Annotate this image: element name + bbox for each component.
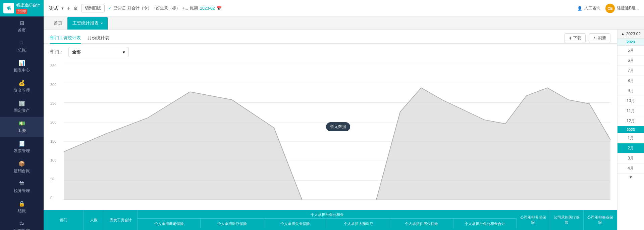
col-group-personal-insurance: 个人承担社保公积金 个人承担养老保险 个人承担医疗保险 个人承担失业保险 个人承… xyxy=(138,211,517,229)
refresh-btn[interactable]: ↻ 刷新 xyxy=(589,33,610,43)
date-month-2-active[interactable]: 2月 xyxy=(618,143,644,153)
th-unemployment-personal: 个人承担失业保险 xyxy=(264,219,327,229)
sidebar-item-invoice[interactable]: 🧾 发票管理 xyxy=(0,137,44,157)
date-year-2023-selected: 2023 xyxy=(618,126,644,133)
page-area: 部门工资统计表 月份统计表 ⬇ 下载 ↻ 刷新 xyxy=(44,30,644,230)
sidebar-item-ledger[interactable]: ≡ 总账 xyxy=(0,37,44,56)
th-headcount: 人数 xyxy=(84,210,104,230)
date-month-6[interactable]: 6月 xyxy=(618,56,644,66)
topbar-settings-btn[interactable]: ⚙ xyxy=(73,6,78,11)
chart-area-fill xyxy=(64,88,610,200)
period-label: 账期 xyxy=(190,5,198,11)
topbar-status: ✓ 已认证 好会计（专） +好生意（标） +... 账期 2023-02 📅 xyxy=(108,5,222,11)
date-month-5[interactable]: 5月 xyxy=(618,46,644,56)
topbar-title: 测试 xyxy=(49,5,58,11)
th-medical-company: 公司承担医疗保险 xyxy=(550,210,584,230)
date-year-2023-first: 2023 xyxy=(618,39,644,46)
sidebar-item-funds[interactable]: 💰 资金管理 xyxy=(0,77,44,97)
topbar: 测试 ▾ + ⚙ 切到旧版 ✓ 已认证 好会计（专） +好生意（标） +... … xyxy=(44,0,644,17)
sidebar-item-label: 归档管理 xyxy=(14,228,30,230)
verified-label: 已认证 xyxy=(113,5,125,11)
chart-svg-area: 暂无数据 xyxy=(64,64,610,200)
sidebar-logo: 畅 畅捷通好会计 专业版 xyxy=(0,0,44,16)
date-month-12[interactable]: 12月 xyxy=(618,116,644,126)
date-panel-header: ▲ 2023.02 xyxy=(618,30,644,39)
sidebar-item-assets[interactable]: 🏢 固定资产 xyxy=(0,97,44,117)
table-header: 部门 人数 应发工资合计 个人承担社保公积金 个人承担养老保险 xyxy=(44,210,617,230)
sidebar-item-reports[interactable]: 📊 报表中心 xyxy=(0,56,44,77)
th-housing-personal: 个人承担住房公积金 xyxy=(390,219,453,229)
sub-tab-dept[interactable]: 部门工资统计表 xyxy=(50,33,81,44)
home-icon: ⊞ xyxy=(20,20,24,26)
sidebar-item-label: 工资 xyxy=(18,128,26,134)
date-header-value: 2023.02 xyxy=(626,32,641,36)
funds-icon: 💰 xyxy=(18,80,25,86)
sidebar-item-label: 总账 xyxy=(18,47,26,53)
toolbar-right-actions: ⬇ 下载 ↻ 刷新 xyxy=(564,33,610,43)
th-pension-company: 公司承担养老保险 xyxy=(517,210,550,230)
dept-select[interactable]: 全部 ▾ xyxy=(68,47,129,57)
topbar-dropdown-btn[interactable]: ▾ xyxy=(61,6,64,11)
sidebar-item-close-accounts[interactable]: 🔒 结账 xyxy=(0,197,44,217)
tab-close-btn[interactable]: × xyxy=(101,21,103,25)
th-unemployment-company: 公司承担失业保险 xyxy=(584,210,617,230)
date-month-7[interactable]: 7月 xyxy=(618,66,644,76)
tabs-bar: 首页 工资统计报表 × xyxy=(44,17,644,30)
date-month-9[interactable]: 9月 xyxy=(618,86,644,96)
toolbar: 部门： 全部 ▾ xyxy=(44,44,617,60)
date-month-1[interactable]: 1月 xyxy=(618,133,644,143)
assets-icon: 🏢 xyxy=(18,100,25,106)
help-icon: 👤 xyxy=(577,6,582,11)
calendar-icon[interactable]: 📅 xyxy=(217,6,222,11)
sub-tab-monthly[interactable]: 月份统计表 xyxy=(88,33,109,44)
chart-tooltip: 暂无数据 xyxy=(326,122,350,131)
sub-tabs: 部门工资统计表 月份统计表 ⬇ 下载 ↻ 刷新 xyxy=(44,30,617,44)
topbar-add-btn[interactable]: + xyxy=(67,5,70,11)
select-chevron-icon: ▾ xyxy=(123,50,125,55)
main-content: 测试 ▾ + ⚙ 切到旧版 ✓ 已认证 好会计（专） +好生意（标） +... … xyxy=(44,0,644,230)
col-subgroup: 个人承担养老保险 个人承担医疗保险 个人承担失业保险 个人承担大额医疗 个人承担 xyxy=(138,219,517,229)
user-avatar: CE xyxy=(605,4,615,13)
sidebar-item-tax[interactable]: 🏛 税务管理 xyxy=(0,177,44,197)
date-down-nav[interactable]: ▼ xyxy=(629,175,633,180)
product-label-2: +好生意（标） xyxy=(154,5,180,11)
sidebar-item-label: 资金管理 xyxy=(14,88,30,93)
refresh-icon: ↻ xyxy=(593,36,597,41)
date-month-3[interactable]: 3月 xyxy=(618,153,644,164)
help-btn[interactable]: 👤 人工咨询 xyxy=(577,5,600,11)
chart-area: 0 50 100 150 200 250 300 350 xyxy=(50,64,610,210)
date-month-4[interactable]: 4月 xyxy=(618,164,644,174)
sidebar-item-salary[interactable]: 💵 工资 xyxy=(0,117,44,137)
logo-text: 畅捷通好会计 专业版 xyxy=(16,3,40,14)
download-btn[interactable]: ⬇ 下载 xyxy=(564,33,586,43)
date-month-8[interactable]: 8月 xyxy=(618,76,644,86)
th-pension-personal: 个人承担养老保险 xyxy=(138,219,201,229)
chart-svg xyxy=(64,64,610,200)
purchase-icon: 📦 xyxy=(18,160,25,167)
sidebar-item-label: 结账 xyxy=(18,208,26,214)
salary-icon: 💵 xyxy=(18,120,25,127)
chart-container: 0 50 100 150 200 250 300 350 xyxy=(44,60,617,210)
verified-icon: ✓ xyxy=(108,6,111,11)
sidebar: 畅 畅捷通好会计 专业版 ⊞ 首页 ≡ 总账 📊 报表中心 💰 资金管理 🏢 固… xyxy=(0,0,44,230)
date-month-10[interactable]: 10月 xyxy=(618,96,644,106)
main-panel: 部门工资统计表 月份统计表 ⬇ 下载 ↻ 刷新 xyxy=(44,30,617,230)
th-social-total: 个人承担社保公积金合计 xyxy=(453,219,517,229)
sidebar-item-archive[interactable]: 🗂 归档管理 xyxy=(0,217,44,230)
date-up-nav[interactable]: ▲ xyxy=(621,32,625,36)
ledger-icon: ≡ xyxy=(20,40,23,46)
tab-home[interactable]: 首页 xyxy=(49,17,67,30)
right-date-panel: ▲ 2023.02 2023 5月 6月 7月 8月 9月 10月 11月 12… xyxy=(617,30,644,230)
date-month-11[interactable]: 11月 xyxy=(618,106,644,116)
user-profile[interactable]: CE 轻捷通B组... xyxy=(605,4,639,13)
tab-salary-report[interactable]: 工资统计报表 × xyxy=(67,17,108,30)
sidebar-item-home[interactable]: ⊞ 首页 xyxy=(0,16,44,37)
col-group-label: 个人承担社保公积金 xyxy=(138,211,517,219)
y-axis-labels: 0 50 100 150 200 250 300 350 xyxy=(50,64,62,200)
sidebar-item-purchase[interactable]: 📦 进销台账 xyxy=(0,157,44,177)
product-label-1: 好会计（专） xyxy=(127,5,152,11)
switch-to-old-btn[interactable]: 切到旧版 xyxy=(81,4,105,12)
reports-icon: 📊 xyxy=(18,60,25,66)
user-name: 轻捷通B组... xyxy=(617,5,639,11)
sidebar-item-label: 固定资产 xyxy=(14,108,30,113)
